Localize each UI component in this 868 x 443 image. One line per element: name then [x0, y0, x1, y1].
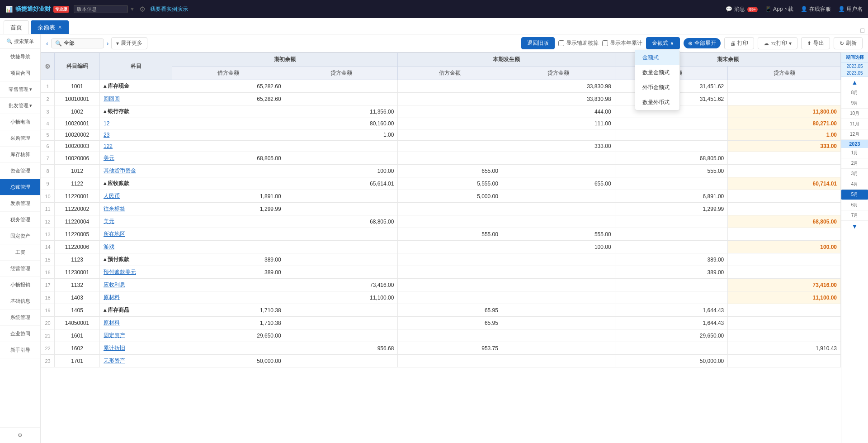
account-name-link[interactable]: 12 — [104, 120, 109, 127]
sidebar-item-ecommerce[interactable]: 小畅电商 — [0, 114, 40, 130]
format-option-qty-amount[interactable]: 数量金额式 — [635, 65, 679, 80]
period-3[interactable]: 3月 — [841, 169, 868, 179]
message-btn[interactable]: 💬 消息 99+ — [726, 5, 758, 13]
show-auxiliary-checkbox[interactable]: 显示辅助核算 — [558, 39, 599, 47]
sidebar-item-invoice[interactable]: 发票管理 — [0, 195, 40, 212]
sidebar-item-salary[interactable]: 工资 — [0, 244, 40, 261]
sidebar-search[interactable]: 🔍 搜索菜单 — [0, 34, 40, 49]
period-8[interactable]: 8月 — [841, 88, 868, 98]
account-name-link[interactable]: 所在地区 — [104, 231, 125, 237]
table-row[interactable]: 22 1602 累计折旧 956.68 953.75 1,910.43 — [41, 342, 841, 355]
period-5[interactable]: 5月 — [841, 190, 868, 200]
account-name-link[interactable]: 固定资产 — [104, 332, 125, 338]
sidebar-item-basic[interactable]: 基础信息 — [0, 293, 40, 310]
account-name-link[interactable]: 原材料 — [104, 319, 120, 326]
cell-name[interactable]: ▴ 库存商品 — [100, 304, 172, 317]
sidebar-item-capital[interactable]: 资金管理 — [0, 163, 40, 179]
cell-name[interactable]: 所在地区 — [100, 228, 172, 241]
table-row[interactable]: 11 11220002 往来标签 1,299.99 1,299.99 — [41, 203, 841, 215]
sidebar-item-purchase[interactable]: 采购管理 — [0, 130, 40, 147]
cell-name[interactable]: 固定资产 — [100, 329, 172, 342]
format-btn[interactable]: 金额式 ∧ — [646, 37, 680, 49]
account-name-link[interactable]: 人民币 — [104, 193, 120, 199]
table-row[interactable]: 2 10010001 回回回 65,282.60 33,830.98 31,45… — [41, 93, 841, 105]
table-row[interactable]: 20 14050001 原材料 1,710.38 65.95 1,644.43 — [41, 317, 841, 329]
period-11[interactable]: 11月 — [841, 119, 868, 129]
table-row[interactable]: 5 10020002 23 1.00 1.00 — [41, 129, 841, 141]
search-input[interactable] — [64, 40, 100, 47]
table-row[interactable]: 6 10020003 122 333.00 333.00 — [41, 141, 841, 152]
period-1[interactable]: 1月 — [841, 148, 868, 158]
demo-link[interactable]: 我要看实例演示 — [150, 5, 188, 13]
sidebar-item-tax[interactable]: 税务管理 — [0, 212, 40, 228]
tab-balance[interactable]: 余额表 ✕ — [31, 20, 69, 34]
cell-name[interactable]: 累计折旧 — [100, 342, 172, 355]
period-down-arrow[interactable]: ▼ — [841, 221, 868, 232]
col-settings-icon[interactable]: ⚙ — [45, 63, 51, 70]
sidebar-item-reports[interactable]: 小畅报销 — [0, 277, 40, 293]
sidebar-item-system[interactable]: 系统管理 — [0, 310, 40, 326]
cell-name[interactable]: 美元 — [100, 215, 172, 228]
sidebar-item-ledger[interactable]: 总账管理 — [0, 179, 40, 195]
cell-name[interactable]: 12 — [100, 118, 172, 129]
cell-name[interactable]: 23 — [100, 129, 172, 141]
period-4[interactable]: 4月 — [841, 179, 868, 190]
table-row[interactable]: 10 11220001 人民币 1,891.00 5,000.00 6,891.… — [41, 190, 841, 203]
return-old-btn[interactable]: 退回旧版 — [521, 37, 555, 49]
auxiliary-checkbox-input[interactable] — [558, 40, 564, 46]
tab-home[interactable]: 首页 — [4, 20, 29, 34]
account-name-link[interactable]: 美元 — [104, 218, 114, 224]
table-row[interactable]: 17 1132 应收利息 73,416.00 73,416.00 — [41, 279, 841, 291]
sidebar-item-assets[interactable]: 固定资产 — [0, 228, 40, 244]
sidebar-item-inventory[interactable]: 库存核算 — [0, 147, 40, 163]
sidebar-item-operations[interactable]: 经营管理 — [0, 261, 40, 277]
table-row[interactable]: 19 1405 ▴ 库存商品 1,710.38 65.95 1,644.43 — [41, 304, 841, 317]
cell-name[interactable]: 原材料 — [100, 317, 172, 329]
table-row[interactable]: 18 1403 原材料 11,100.00 11,100.00 — [41, 291, 841, 304]
sidebar-item-quick-nav[interactable]: 快捷导航 — [0, 49, 40, 65]
table-row[interactable]: 9 1122 ▴ 应收账款 65,614.01 5,555.00 655.00 … — [41, 177, 841, 190]
period-12[interactable]: 12月 — [841, 129, 868, 140]
table-row[interactable]: 23 1701 无形资产 50,000.00 50,000.00 — [41, 355, 841, 367]
account-name-link[interactable]: 原材料 — [104, 294, 120, 300]
format-option-amount[interactable]: 金额式 — [635, 50, 679, 65]
account-name-link[interactable]: 23 — [104, 132, 109, 138]
table-row[interactable]: 4 10020001 12 80,160.00 111.00 80,271.00 — [41, 118, 841, 129]
cell-name[interactable]: 122 — [100, 141, 172, 152]
account-name-link[interactable]: 游戏 — [104, 243, 114, 250]
period-2[interactable]: 2月 — [841, 158, 868, 169]
sidebar-item-cooperation[interactable]: 企业协同 — [0, 326, 40, 342]
table-row[interactable]: 1 1001 ▴ 库存现金 65,282.60 33,830.98 31,451… — [41, 80, 841, 93]
cell-name[interactable]: 往来标签 — [100, 203, 172, 215]
cell-name[interactable]: 原材料 — [100, 291, 172, 304]
sidebar-item-retail[interactable]: 零售管理 ▾ — [0, 81, 40, 98]
sidebar-settings[interactable]: ⚙ — [0, 427, 40, 443]
account-name-link[interactable]: 应收利息 — [104, 281, 125, 288]
account-name-link[interactable]: 其他货币资金 — [104, 167, 136, 174]
version-selector[interactable]: ▼ — [74, 5, 135, 13]
cell-name[interactable]: 回回回 — [100, 93, 172, 105]
cell-name[interactable]: 无形资产 — [100, 355, 172, 367]
account-name-link[interactable]: 累计折旧 — [104, 345, 125, 351]
cell-name[interactable]: ▴ 库存现金 — [100, 80, 172, 93]
table-row[interactable]: 12 11220004 美元 68,805.00 68,805.00 — [41, 215, 841, 228]
table-row[interactable]: 8 1012 其他货币资金 100.00 655.00 555.00 — [41, 165, 841, 177]
format-option-qty-foreign[interactable]: 数量外币式 — [635, 95, 679, 110]
period-10[interactable]: 10月 — [841, 109, 868, 119]
nav-left-icon[interactable]: ‹ — [46, 40, 48, 47]
sidebar-item-guide[interactable]: 新手引导 — [0, 342, 40, 358]
sidebar-item-project[interactable]: 项目合同 — [0, 65, 40, 81]
table-row[interactable]: 14 11220006 游戏 100.00 100.00 — [41, 241, 841, 253]
cell-name[interactable]: 美元 — [100, 152, 172, 165]
version-input[interactable] — [74, 5, 128, 13]
period-9[interactable]: 9月 — [841, 98, 868, 109]
cell-name[interactable]: ▴ 银行存款 — [100, 105, 172, 118]
period-up-arrow[interactable]: ▲ — [841, 77, 868, 88]
table-row[interactable]: 13 11220005 所在地区 555.00 555.00 — [41, 228, 841, 241]
account-name-link[interactable]: 回回回 — [104, 95, 120, 102]
export-btn[interactable]: ⬆ 导出 — [801, 37, 830, 49]
period-7[interactable]: 7月 — [841, 210, 868, 221]
expand-all-btn[interactable]: ⊕ 全部展开 — [684, 38, 721, 48]
cell-name[interactable]: ▴ 预付账款 — [100, 253, 172, 266]
period-6[interactable]: 6月 — [841, 200, 868, 210]
